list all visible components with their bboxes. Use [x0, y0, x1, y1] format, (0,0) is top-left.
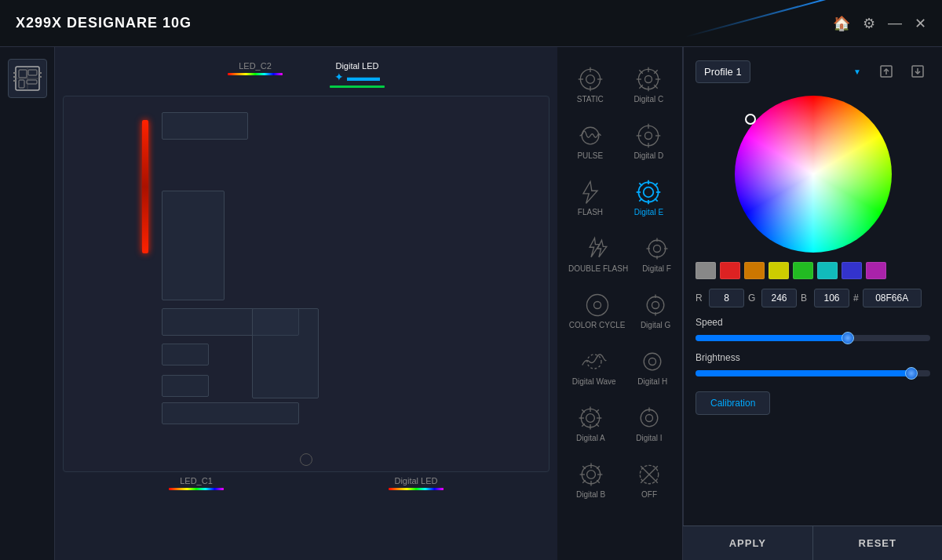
- brightness-slider-handle[interactable]: [905, 367, 918, 380]
- swatch-teal[interactable]: [817, 262, 838, 279]
- svg-line-44: [640, 198, 643, 202]
- profile-row: Profile 1 Profile 2 Profile 3: [696, 59, 930, 84]
- tab-indicator-led-c2: [228, 73, 283, 75]
- svg-rect-8: [13, 76, 16, 78]
- mode-row-2: PULSE Digital D: [561, 114, 678, 168]
- brightness-section: Brightness: [696, 352, 930, 380]
- calibration-button[interactable]: Calibration: [696, 391, 770, 415]
- color-wheel[interactable]: [735, 96, 892, 253]
- svg-point-45: [648, 240, 666, 257]
- motherboard-display: [63, 96, 550, 472]
- b-label: B: [801, 293, 810, 304]
- hex-input[interactable]: [863, 289, 922, 307]
- rgb-row: R G B #: [696, 289, 930, 307]
- speed-label: Speed: [696, 317, 930, 328]
- right-panel: Profile 1 Profile 2 Profile 3: [683, 47, 942, 560]
- mode-digital-wave[interactable]: Digital Wave: [568, 341, 620, 392]
- brightness-slider-fill: [696, 370, 911, 376]
- settings-icon[interactable]: ⚙: [863, 15, 875, 32]
- profile-select[interactable]: Profile 1 Profile 2 Profile 3: [696, 60, 750, 83]
- b-input[interactable]: [814, 289, 849, 307]
- mode-digital-e[interactable]: Digital E: [630, 172, 667, 223]
- r-input[interactable]: [709, 289, 744, 307]
- svg-rect-11: [39, 76, 42, 78]
- svg-point-53: [652, 302, 659, 309]
- circle-indicator: [300, 453, 312, 466]
- mode-row-8: Digital B OFF: [561, 453, 678, 507]
- window-controls: 🏠 ⚙ — ✕: [833, 15, 926, 32]
- mode-row-6: Digital Wave Digital H: [561, 340, 678, 394]
- apply-button[interactable]: APPLY: [683, 525, 812, 560]
- motherboard-icon[interactable]: [8, 59, 47, 98]
- svg-rect-7: [13, 72, 16, 74]
- color-wheel-container: [696, 96, 930, 253]
- mode-row-5: COLOR CYCLE Digital G: [561, 283, 678, 337]
- r-label: R: [696, 293, 705, 304]
- mode-digital-d[interactable]: Digital D: [630, 115, 667, 166]
- tab-indicator-led-c1: [169, 488, 224, 490]
- mode-digital-f[interactable]: Digital F: [638, 228, 675, 279]
- svg-point-52: [647, 296, 664, 314]
- tab-digital-led-bottom[interactable]: Digital LED: [389, 476, 444, 490]
- mode-digital-c[interactable]: Digital C: [630, 59, 667, 110]
- mode-digital-a[interactable]: Digital A: [572, 398, 609, 449]
- mb-component-6: [162, 402, 299, 424]
- export-button[interactable]: [874, 59, 899, 84]
- tab-led-c1[interactable]: LED_C1: [169, 476, 224, 490]
- speed-slider-fill: [696, 335, 848, 341]
- svg-line-42: [655, 198, 659, 202]
- svg-line-43: [655, 183, 659, 186]
- svg-rect-2: [28, 70, 37, 75]
- import-button[interactable]: [905, 59, 930, 84]
- mb-component-2: [162, 191, 225, 300]
- led-tabs-bottom: LED_C1 Digital LED: [63, 476, 550, 490]
- svg-point-13: [586, 75, 594, 84]
- swatch-gray[interactable]: [696, 262, 716, 279]
- svg-point-12: [580, 69, 600, 89]
- mode-off[interactable]: OFF: [631, 454, 667, 505]
- g-label: G: [748, 293, 758, 304]
- mode-digital-b[interactable]: Digital B: [572, 454, 609, 505]
- svg-line-41: [640, 183, 643, 186]
- close-icon[interactable]: ✕: [915, 15, 926, 32]
- mode-flash[interactable]: FLASH: [572, 172, 608, 223]
- mode-double-flash[interactable]: DOUBLE FLASH: [564, 228, 632, 279]
- mode-digital-g[interactable]: Digital G: [637, 285, 674, 336]
- svg-point-70: [645, 415, 652, 422]
- speed-slider-handle[interactable]: [842, 332, 854, 344]
- tab-led-c2[interactable]: LED_C2: [228, 61, 283, 88]
- speed-section: Speed: [696, 317, 930, 344]
- swatch-orange[interactable]: [744, 262, 765, 279]
- swatch-yellow[interactable]: [769, 262, 789, 279]
- hex-label: #: [853, 293, 859, 304]
- mode-digital-h[interactable]: Digital H: [633, 341, 671, 392]
- tab-digital-led-top[interactable]: Digital LED ✦ ▬▬▬: [330, 61, 385, 88]
- swatch-red[interactable]: [720, 262, 740, 279]
- svg-point-46: [653, 245, 660, 253]
- mode-static[interactable]: STATIC: [572, 59, 608, 110]
- decorative-line: [685, 0, 838, 38]
- tab-indicator-digital-led: [330, 85, 385, 88]
- action-buttons: APPLY RESET: [683, 525, 942, 560]
- color-wheel-indicator: [745, 114, 756, 125]
- title-bar: X299X DESIGNARE 10G 🏠 ⚙ — ✕: [0, 0, 942, 47]
- mode-digital-i[interactable]: Digital I: [631, 398, 667, 449]
- svg-rect-1: [19, 70, 27, 78]
- svg-rect-9: [13, 80, 16, 82]
- mode-panel: STATIC Digital C: [557, 47, 683, 560]
- brightness-label: Brightness: [696, 352, 930, 363]
- speed-slider-container[interactable]: [696, 332, 930, 344]
- minimize-icon[interactable]: —: [888, 15, 902, 31]
- swatch-purple[interactable]: [866, 262, 886, 279]
- mode-row-7: Digital A Digital I: [561, 396, 678, 450]
- swatch-blue[interactable]: [842, 262, 862, 279]
- mode-pulse[interactable]: PULSE: [572, 115, 608, 166]
- g-input[interactable]: [761, 289, 797, 307]
- reset-button[interactable]: RESET: [812, 525, 943, 560]
- swatch-green[interactable]: [793, 262, 813, 279]
- mb-component-1: [162, 112, 248, 140]
- svg-point-57: [644, 353, 661, 370]
- brightness-slider-container[interactable]: [696, 367, 930, 380]
- mode-color-cycle[interactable]: COLOR CYCLE: [565, 285, 630, 336]
- home-icon[interactable]: 🏠: [833, 15, 850, 32]
